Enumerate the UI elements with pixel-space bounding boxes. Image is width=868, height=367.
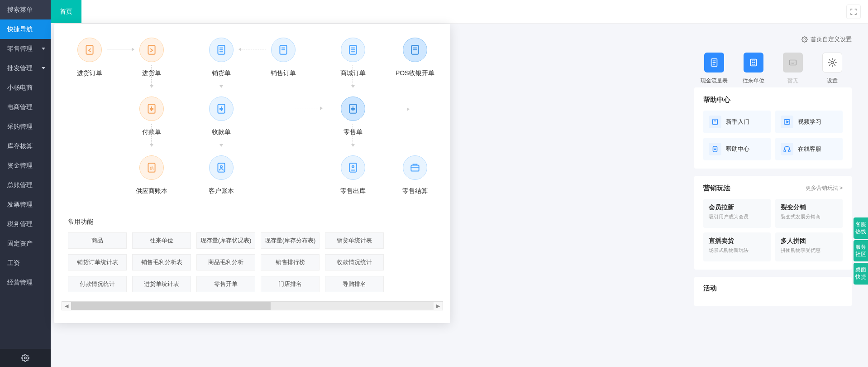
svg-rect-3 [750,59,756,66]
svg-point-6 [831,61,834,64]
home-custom-setting-link[interactable]: 首页自定义设置 [694,35,852,43]
common-fn-2[interactable]: 现存量(库存状况表) [196,232,255,249]
flow-node-销售订单[interactable]: 销售订单 [253,38,314,97]
common-fn-8[interactable]: 销售排行榜 [261,254,320,270]
sidebar-item-12[interactable]: 固定资产 [0,234,51,253]
sidebar-settings-button[interactable] [0,349,51,367]
common-fn-1[interactable]: 往来单位 [132,232,191,249]
sidebar-item-14[interactable]: 经营管理 [0,273,51,292]
tab-bar: 首页 [51,0,868,24]
sidebar-item-label: 固定资产 [7,240,33,248]
common-fn-14[interactable]: 导购排名 [325,276,384,292]
sidebar-item-10[interactable]: 发票管理 [0,195,51,214]
scroll-left-button[interactable]: ◀ [62,302,71,310]
flow-node-客户账本[interactable]: 客户账本 [191,155,252,214]
flow-node-零售出库[interactable]: 零售出库 [322,155,384,214]
sidebar-item-11[interactable]: 税务管理 [0,214,51,234]
common-fn-3[interactable]: 现存量(库存分布表) [261,232,320,249]
sidebar-item-9[interactable]: 总账管理 [0,175,51,195]
promo-item-subtitle: 场景式购物新玩法 [709,247,765,254]
customer-icon [209,155,234,180]
sidebar-item-3[interactable]: 批发管理 [0,58,51,78]
promo-item-subtitle: 拼团购物享受优惠 [781,247,837,254]
scroll-thumb[interactable] [71,302,271,310]
sidebar-item-label: 库存核算 [7,142,33,150]
sidebar-item-7[interactable]: 库存核算 [0,136,51,156]
common-fn-7[interactable]: 商品毛利分析 [196,254,255,270]
flow-node-零售结算[interactable]: 零售结算 [384,155,446,214]
common-fn-12[interactable]: 零售开单 [196,276,255,292]
sidebar-item-label: 小畅电商 [7,84,33,92]
promo-more-link[interactable]: 更多营销玩法 > [806,184,843,192]
promo-item-title: 多人拼团 [781,237,837,245]
scroll-track[interactable] [71,302,434,310]
flow-node-销货单[interactable]: 销货单 [191,38,252,97]
quick-shortcut-2[interactable]: icon暂无 [775,53,811,85]
horizontal-scrollbar[interactable]: ◀ ▶ [62,301,443,310]
flow-node-商城订单[interactable]: 商城订单 [322,38,384,97]
quick-shortcut-1[interactable]: 往来单位 [735,53,772,85]
help-item-3[interactable]: 在线客服 [775,138,843,160]
quick-shortcut-0[interactable]: 现金流量表 [696,53,732,85]
flow-node-label: POS收银开单 [384,69,446,77]
supplier-icon: 供 [139,155,164,180]
promo-item-3[interactable]: 多人拼团拼团购物享受优惠 [775,232,843,261]
help-item-1[interactable]: 视频学习 [775,111,843,133]
promo-item-2[interactable]: 直播卖货场景式购物新玩法 [703,232,771,261]
common-fn-11[interactable]: 进货单统计表 [132,276,191,292]
sidebar-item-8[interactable]: 资金管理 [0,156,51,175]
common-fn-10[interactable]: 付款情况统计 [68,276,127,292]
tab-home[interactable]: 首页 [51,0,81,23]
money-icon [139,97,164,121]
arrow-down-icon [151,65,152,87]
common-fn-4[interactable]: 销货单统计表 [325,232,384,249]
flow-row-1: 付款单收款单零售单 [54,97,450,155]
activity-card: 活动 [694,277,852,306]
sidebar-item-13[interactable]: 工资 [0,253,51,273]
quick-shortcut-label: 暂无 [775,77,811,85]
ribbon-item-1[interactable]: 服务社区 [854,240,868,261]
help-item-2[interactable]: 帮助中心 [703,138,771,160]
sidebar-item-6[interactable]: 采购管理 [0,117,51,136]
common-fn-9[interactable]: 收款情况统计 [325,254,384,270]
sidebar-item-5[interactable]: 电商管理 [0,97,51,117]
flow-node-label: 销售订单 [253,69,314,77]
fullscreen-button[interactable] [846,5,861,19]
svg-rect-7 [713,119,718,125]
ribbon-item-0[interactable]: 客服热线 [854,217,868,239]
common-fn-0[interactable]: 商品 [68,232,127,249]
flow-node-零售单[interactable]: 零售单 [322,97,384,155]
sidebar-item-label: 资金管理 [7,162,33,170]
common-fn-5[interactable]: 销货订单统计表 [68,254,127,270]
flow-node-进货单[interactable]: 进货单 [120,38,182,97]
arrow-down-icon [353,65,353,87]
svg-rect-11 [789,150,790,152]
play-icon [781,116,793,128]
right-column: 首页自定义设置 现金流量表往来单位icon暂无设置 帮助中心 新手入门视频学习帮… [694,33,852,306]
activity-title: 活动 [703,284,717,293]
flow-node-收款单[interactable]: 收款单 [191,97,252,155]
svg-text:icon: icon [790,62,795,64]
sidebar-item-4[interactable]: 小畅电商 [0,78,51,97]
flow-node-进货订单[interactable]: 进货订单 [59,38,120,97]
arrow-down-icon [151,124,152,146]
common-fn-13[interactable]: 门店排名 [261,276,320,292]
quick-shortcut-3[interactable]: 设置 [814,53,850,85]
promo-item-1[interactable]: 裂变分销裂变式发展分销商 [775,199,843,228]
gear-icon [801,36,808,43]
sidebar-item-label: 电商管理 [7,103,33,111]
scroll-right-button[interactable]: ▶ [434,302,443,310]
help-grid: 新手入门视频学习帮助中心在线客服 [703,111,843,160]
flow-node-供应商账本[interactable]: 供供应商账本 [120,155,182,214]
common-fn-6[interactable]: 销售毛利分析表 [132,254,191,270]
flow-node-POS收银开单[interactable]: POS收银开单 [384,38,446,97]
ribbon-item-2[interactable]: 桌面快捷 [854,263,868,284]
help-item-0[interactable]: 新手入门 [703,111,771,133]
sidebar-item-2[interactable]: 零售管理 [0,39,51,58]
sidebar-item-1[interactable]: 快捷导航 [0,19,51,39]
gear-icon [21,354,29,362]
help-item-label: 视频学习 [798,118,821,126]
sidebar-item-0[interactable]: 搜索菜单 [0,0,51,19]
promo-item-0[interactable]: 会员拉新吸引用户成为会员 [703,199,771,228]
flow-node-付款单[interactable]: 付款单 [120,97,182,155]
